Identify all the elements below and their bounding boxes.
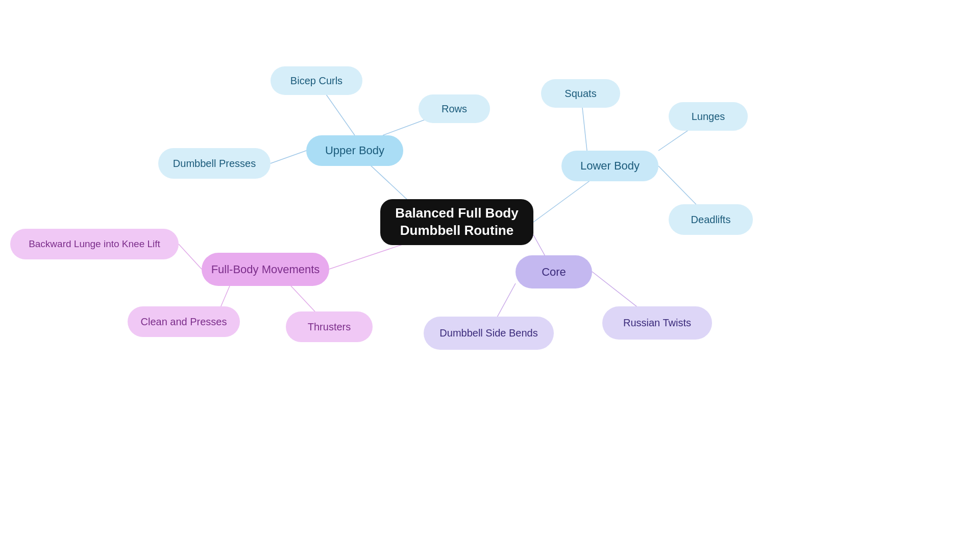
rows-node[interactable]: Rows: [419, 94, 490, 123]
backward-lunge-label: Backward Lunge into Knee Lift: [29, 238, 160, 250]
clean-and-presses-node[interactable]: Clean and Presses: [128, 306, 240, 337]
squats-label: Squats: [565, 88, 596, 100]
dumbbell-presses-label: Dumbbell Presses: [173, 158, 256, 170]
lunges-label: Lunges: [692, 111, 725, 123]
russian-twists-label: Russian Twists: [623, 317, 691, 329]
upper-body-label: Upper Body: [325, 144, 384, 157]
center-node[interactable]: Balanced Full Body Dumbbell Routine: [380, 199, 533, 245]
clean-and-presses-label: Clean and Presses: [141, 316, 227, 328]
svg-line-9: [179, 244, 202, 269]
core-node[interactable]: Core: [516, 255, 592, 288]
russian-twists-node[interactable]: Russian Twists: [602, 306, 712, 340]
full-body-movements-node[interactable]: Full-Body Movements: [202, 253, 329, 286]
backward-lunge-node[interactable]: Backward Lunge into Knee Lift: [10, 229, 179, 259]
core-label: Core: [542, 266, 566, 279]
lower-body-label: Lower Body: [580, 159, 640, 173]
center-label: Balanced Full Body Dumbbell Routine: [380, 205, 533, 239]
lunges-node[interactable]: Lunges: [669, 102, 748, 131]
bicep-curls-node[interactable]: Bicep Curls: [271, 66, 362, 95]
dumbbell-side-bends-label: Dumbbell Side Bends: [439, 327, 537, 339]
lower-body-node[interactable]: Lower Body: [561, 151, 658, 181]
bicep-curls-label: Bicep Curls: [290, 75, 342, 87]
deadlifts-label: Deadlifts: [691, 214, 731, 226]
dumbbell-side-bends-node[interactable]: Dumbbell Side Bends: [424, 317, 554, 350]
dumbbell-presses-node[interactable]: Dumbbell Presses: [158, 148, 271, 179]
squats-node[interactable]: Squats: [541, 79, 620, 108]
rows-label: Rows: [442, 103, 467, 115]
full-body-movements-label: Full-Body Movements: [211, 263, 320, 276]
thrusters-node[interactable]: Thrusters: [286, 311, 373, 342]
upper-body-node[interactable]: Upper Body: [306, 135, 403, 166]
thrusters-label: Thrusters: [308, 321, 351, 333]
svg-line-3: [271, 151, 306, 163]
deadlifts-node[interactable]: Deadlifts: [669, 204, 753, 235]
